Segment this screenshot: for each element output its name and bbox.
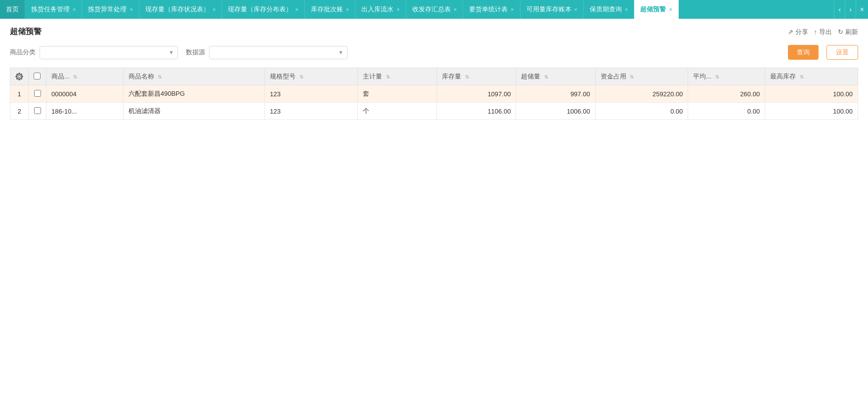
row-avg: 260.00	[688, 85, 765, 103]
table-row: 1 0000004 六配套新昌490BPG 123 套 1097.00 997.…	[10, 85, 858, 103]
row-num: 1	[10, 85, 29, 103]
nav-batch-account[interactable]: 库存批次账 ×	[305, 0, 355, 19]
nav-pick-task[interactable]: 拣货任务管理 ×	[25, 0, 82, 19]
header-actions: ⇗ 分享 ↑ 导出 ↻ 刷新	[788, 28, 859, 37]
th-capital[interactable]: 资金占用 ⇅	[595, 68, 688, 85]
table-header: 商品... ⇅ 商品名称 ⇅ 规格型号 ⇅ 主计量 ⇅ 库存量 ⇅	[10, 68, 858, 85]
gear-icon	[15, 73, 23, 80]
sort-icon: ⇅	[73, 74, 77, 79]
category-input[interactable]	[40, 46, 178, 59]
nav-usable-account[interactable]: 可用量库存账本 ×	[521, 0, 584, 19]
row-capital: 259220.00	[595, 85, 688, 103]
table-body: 1 0000004 六配套新昌490BPG 123 套 1097.00 997.…	[10, 85, 858, 120]
th-gear[interactable]	[10, 68, 29, 85]
close-icon[interactable]: ×	[511, 6, 514, 12]
nav-over-stock[interactable]: 超储预警 ×	[634, 0, 678, 19]
nav-inout-flow[interactable]: 出入库流水 ×	[355, 0, 406, 19]
sort-icon: ⇅	[630, 74, 634, 79]
nav-pick-abnormal[interactable]: 拣货异常处理 ×	[82, 0, 139, 19]
close-icon[interactable]: ×	[574, 6, 577, 12]
close-icon[interactable]: ×	[625, 6, 628, 12]
th-over[interactable]: 超储量 ⇅	[516, 68, 595, 85]
export-icon: ↑	[814, 28, 818, 36]
sort-icon: ⇅	[158, 74, 162, 79]
th-maxstock[interactable]: 最高库存 ⇅	[765, 68, 858, 85]
export-button[interactable]: ↑ 导出	[814, 28, 832, 37]
select-all-checkbox[interactable]	[34, 73, 41, 79]
row-name: 机油滤清器	[123, 103, 264, 120]
row-name: 六配套新昌490BPG	[123, 85, 264, 103]
row-spec: 123	[265, 103, 358, 120]
th-name[interactable]: 商品名称 ⇅	[123, 68, 264, 85]
row-avg: 0.00	[688, 103, 765, 120]
nav-prev-arrow[interactable]: ‹	[834, 0, 845, 19]
sort-icon: ⇅	[300, 74, 304, 79]
table-row: 2 186-10... 机油滤清器 123 个 1106.00 1006.00 …	[10, 103, 858, 120]
row-unit: 套	[357, 85, 436, 103]
datasource-select-wrapper: 可用量 ▼	[209, 46, 347, 59]
row-stock: 1106.00	[437, 103, 516, 120]
row-checkbox-cell	[29, 103, 46, 120]
datasource-label: 数据源	[186, 48, 205, 57]
query-button[interactable]: 查询	[788, 45, 819, 60]
th-stock[interactable]: 库存量 ⇅	[437, 68, 516, 85]
refresh-icon: ↻	[838, 28, 843, 36]
row-unit: 个	[357, 103, 436, 120]
th-unit[interactable]: 主计量 ⇅	[357, 68, 436, 85]
sort-icon: ⇅	[800, 74, 804, 79]
nav-next-arrow[interactable]: ›	[845, 0, 856, 19]
page-title: 超储预警	[10, 27, 788, 37]
close-icon[interactable]: ×	[73, 6, 76, 12]
datasource-input[interactable]: 可用量	[209, 46, 347, 59]
close-icon[interactable]: ×	[295, 6, 298, 12]
set-button[interactable]: 设置	[826, 45, 858, 60]
share-icon: ⇗	[788, 28, 793, 36]
sort-icon: ⇅	[544, 74, 548, 79]
close-icon[interactable]: ×	[346, 6, 349, 12]
action-buttons: 查询 设置	[788, 45, 858, 60]
row-checkbox[interactable]	[34, 107, 41, 114]
nav-current-status[interactable]: 现存量（库存状况表） ×	[139, 0, 222, 19]
row-stock: 1097.00	[437, 85, 516, 103]
close-icon[interactable]: ×	[396, 6, 399, 12]
nav-recv-send[interactable]: 收发存汇总表 ×	[406, 0, 463, 19]
category-label: 商品分类	[10, 48, 36, 57]
filter-container: 商品分类 ▼ 数据源 可用量 ▼ 查询 设置	[10, 45, 858, 60]
row-num: 2	[10, 103, 29, 120]
row-capital: 0.00	[595, 103, 688, 120]
close-icon[interactable]: ×	[669, 6, 672, 12]
datasource-filter-group: 数据源 可用量 ▼	[186, 46, 347, 59]
close-icon[interactable]: ×	[130, 6, 132, 12]
row-maxstock: 100.00	[765, 103, 858, 120]
close-icon[interactable]: ×	[213, 6, 216, 12]
share-button[interactable]: ⇗ 分享	[788, 28, 808, 37]
nav-home[interactable]: 首页	[0, 0, 25, 19]
row-checkbox-cell	[29, 85, 46, 103]
category-select-wrapper: ▼	[40, 46, 178, 59]
category-filter-group: 商品分类 ▼	[10, 46, 178, 59]
th-spec[interactable]: 规格型号 ⇅	[265, 68, 358, 85]
nav-close-arrow[interactable]: ×	[856, 0, 868, 19]
sort-icon: ⇅	[465, 74, 469, 79]
page-header: 超储预警 ⇗ 分享 ↑ 导出 ↻ 刷新	[10, 27, 858, 37]
row-code: 186-10...	[46, 103, 124, 120]
row-over: 997.00	[516, 85, 595, 103]
nav-order-stat[interactable]: 要货单统计表 ×	[463, 0, 520, 19]
row-spec: 123	[265, 85, 358, 103]
th-code[interactable]: 商品... ⇅	[46, 68, 124, 85]
row-code: 0000004	[46, 85, 124, 103]
page-content: 超储预警 ⇗ 分享 ↑ 导出 ↻ 刷新 商品分类 ▼ 数据源	[0, 19, 868, 395]
th-checkbox	[29, 68, 46, 85]
nav-current-dist[interactable]: 现存量（库存分布表） ×	[222, 0, 304, 19]
nav-right-controls: ‹ › ×	[834, 0, 868, 19]
row-over: 1006.00	[516, 103, 595, 120]
th-avg[interactable]: 平均... ⇅	[688, 68, 765, 85]
top-nav: 首页 拣货任务管理 × 拣货异常处理 × 现存量（库存状况表） × 现存量（库存…	[0, 0, 868, 19]
nav-quality-query[interactable]: 保质期查询 ×	[584, 0, 634, 19]
row-checkbox[interactable]	[34, 90, 41, 97]
close-icon[interactable]: ×	[454, 6, 457, 12]
refresh-button[interactable]: ↻ 刷新	[838, 28, 858, 37]
sort-icon: ⇅	[386, 74, 390, 79]
data-table: 商品... ⇅ 商品名称 ⇅ 规格型号 ⇅ 主计量 ⇅ 库存量 ⇅	[10, 68, 858, 120]
row-maxstock: 100.00	[765, 85, 858, 103]
